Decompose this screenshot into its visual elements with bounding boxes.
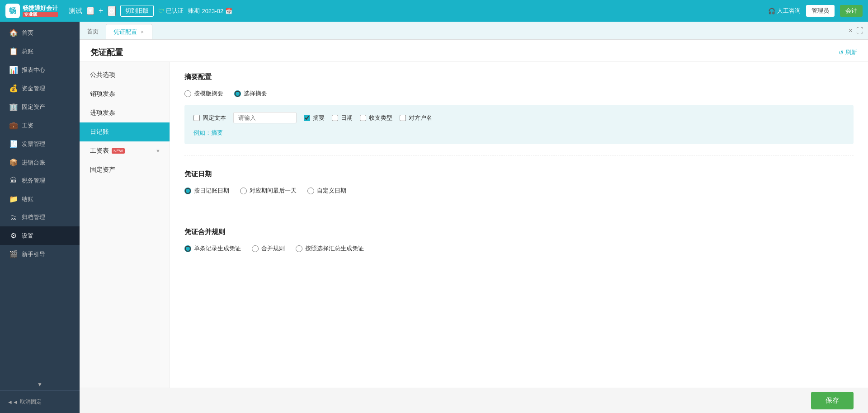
sidebar-item-purchase-sales[interactable]: 📦 进销台账 — [0, 153, 80, 172]
checkbox-summary-input[interactable] — [304, 115, 310, 121]
radio-template-mode[interactable]: 按模版摘要 — [184, 89, 223, 98]
sidebar-item-label-salary: 工资 — [22, 122, 33, 130]
sidebar-item-reports[interactable]: 📊 报表中心 — [0, 61, 80, 79]
tab-home[interactable]: 首页 — [80, 24, 106, 39]
checkbox-summary[interactable]: 摘要 — [304, 114, 325, 122]
new-badge: NEW — [112, 148, 125, 154]
tab-voucher-config[interactable]: 凭证配置 × — [106, 24, 152, 39]
save-button[interactable]: 保存 — [811, 392, 854, 409]
left-nav-sales-invoice[interactable]: 销项发票 — [80, 84, 170, 103]
user-btn[interactable]: 管理员 — [806, 5, 835, 17]
example-text: 例如：摘要 — [193, 129, 844, 137]
sidebar-item-label-settlement: 结账 — [22, 195, 33, 203]
checkbox-date[interactable]: 日期 — [332, 114, 353, 122]
radio-custom-date[interactable]: 自定义日期 — [307, 187, 346, 195]
arrow-left-icon: ◄◄ — [7, 399, 18, 405]
radio-period-last-label: 对应期间最后一天 — [250, 187, 297, 195]
tab-close-btn[interactable]: × — [140, 29, 145, 35]
support-btn[interactable]: 🎧 人工咨询 — [768, 7, 801, 15]
tab-home-label: 首页 — [87, 28, 99, 36]
left-nav-fixed-assets[interactable]: 固定资产 — [80, 160, 170, 179]
sidebar-item-fixed-assets[interactable]: 🏢 固定资产 — [0, 98, 80, 116]
left-nav-sales-invoice-label: 销项发票 — [90, 90, 115, 97]
left-nav-salary-table-label: 工资表 — [90, 147, 109, 155]
fixed-text-input[interactable] — [233, 112, 297, 123]
close-tab-btn[interactable]: × — [849, 27, 853, 35]
settings-btn[interactable]: ⚙ — [108, 6, 116, 16]
invoice-icon: 🧾 — [9, 140, 18, 148]
radio-template-input[interactable] — [184, 90, 191, 97]
sidebar-item-archive[interactable]: 🗂 归档管理 — [0, 208, 80, 226]
merge-rules-title: 凭证合并规则 — [184, 228, 854, 236]
sidebar-item-home[interactable]: 🏠 首页 — [0, 23, 80, 42]
sidebar-nav: 🏠 首页 📋 总账 📊 报表中心 💰 资金管理 🏢 固定资产 💼 工资 — [0, 22, 80, 379]
topbar: 畅 畅捷通好会计 专业版 测试 ▼ + ⚙ 切到旧版 🛡 已认证 账期 2023… — [0, 0, 868, 22]
sidebar-item-finance[interactable]: 💰 资金管理 — [0, 79, 80, 98]
sidebar-item-label-fixed-assets: 固定资产 — [22, 103, 45, 111]
cancel-fixed-btn[interactable]: ◄◄ 取消固定 — [0, 394, 80, 409]
add-project-btn[interactable]: + — [99, 6, 104, 16]
reports-icon: 📊 — [9, 66, 18, 74]
example-prefix: 例如： — [193, 129, 211, 136]
checkbox-date-label: 日期 — [341, 114, 353, 122]
summary-radio-group: 按模版摘要 选择摘要 — [184, 89, 854, 98]
left-nav-public[interactable]: 公共选项 — [80, 66, 170, 84]
radio-period-last-input[interactable] — [240, 188, 247, 194]
radio-single-record[interactable]: 单条记录生成凭证 — [184, 244, 241, 253]
sidebar-item-label-guide: 新手引导 — [22, 250, 45, 258]
radio-select-merge[interactable]: 按照选择汇总生成凭证 — [296, 244, 364, 253]
left-nav-purchase-invoice-label: 进项发票 — [90, 109, 115, 116]
example-value: 摘要 — [211, 129, 223, 136]
refresh-btn[interactable]: ↺ 刷新 — [839, 48, 857, 56]
radio-journal-date-input[interactable] — [184, 188, 191, 194]
project-dropdown-btn[interactable]: ▼ — [87, 7, 94, 15]
headset-icon: 🎧 — [768, 8, 775, 14]
right-content: 摘要配置 按模版摘要 选择摘要 — [170, 62, 868, 388]
checkbox-income-type-input[interactable] — [360, 115, 366, 121]
radio-journal-date[interactable]: 按日记账日期 — [184, 187, 229, 195]
left-nav-public-label: 公共选项 — [90, 71, 115, 78]
radio-single-record-input[interactable] — [184, 245, 191, 252]
radio-select-merge-input[interactable] — [296, 245, 302, 252]
radio-merge-rule-label: 合并规则 — [261, 244, 285, 253]
old-version-btn[interactable]: 切到旧版 — [120, 5, 154, 17]
left-nav-purchase-invoice[interactable]: 进项发票 — [80, 103, 170, 122]
sidebar-item-guide[interactable]: 🎬 新手引导 — [0, 245, 80, 263]
sidebar-item-label-reports: 报表中心 — [22, 66, 45, 74]
radio-select-mode[interactable]: 选择摘要 — [234, 89, 267, 98]
archive-icon: 🗂 — [9, 213, 18, 221]
topbar-center: 测试 ▼ + ⚙ 切到旧版 🛡 已认证 账期 2023-02 📅 — [69, 5, 768, 17]
radio-custom-date-input[interactable] — [307, 188, 314, 194]
checkbox-fixed-text[interactable]: 固定文本 — [193, 114, 226, 122]
sidebar-item-settlement[interactable]: 📁 结账 — [0, 190, 80, 208]
sidebar-item-label-archive: 归档管理 — [22, 213, 45, 221]
left-nav-journal[interactable]: 日记账 — [80, 122, 170, 141]
sidebar-item-ledger[interactable]: 📋 总账 — [0, 42, 80, 61]
checkbox-counterparty-input[interactable] — [400, 115, 406, 121]
radio-merge-rule[interactable]: 合并规则 — [252, 244, 285, 253]
left-nav-salary-table[interactable]: 工资表 NEW ▼ — [80, 141, 170, 160]
checkbox-date-input[interactable] — [332, 115, 338, 121]
sidebar-item-label-finance: 资金管理 — [22, 84, 45, 93]
sidebar-item-settings[interactable]: ⚙ 设置 — [0, 226, 80, 245]
sidebar-item-salary[interactable]: 💼 工资 — [0, 116, 80, 135]
app-logo: 畅 畅捷通好会计 专业版 — [5, 4, 69, 18]
checkbox-counterparty[interactable]: 对方户名 — [400, 114, 432, 122]
settings-icon: ⚙ — [9, 231, 18, 240]
radio-merge-rule-input[interactable] — [252, 245, 259, 252]
sidebar-scroll-down-btn[interactable]: ▼ — [0, 379, 80, 390]
checkbox-income-type[interactable]: 收支类型 — [360, 114, 392, 122]
sidebar-item-invoice[interactable]: 🧾 发票管理 — [0, 135, 80, 153]
left-nav-journal-label: 日记账 — [90, 128, 109, 135]
checkbox-income-type-label: 收支类型 — [369, 114, 392, 122]
voucher-date-title: 凭证日期 — [184, 170, 854, 178]
expand-tab-btn[interactable]: ⛶ — [856, 27, 863, 35]
radio-period-last[interactable]: 对应期间最后一天 — [240, 187, 297, 195]
radio-select-input[interactable] — [234, 90, 241, 97]
support-label: 人工咨询 — [777, 7, 801, 15]
calendar-icon[interactable]: 📅 — [225, 8, 232, 14]
sidebar-item-label-tax: 税务管理 — [22, 177, 45, 185]
role-btn[interactable]: 会计 — [840, 5, 863, 17]
sidebar-item-tax[interactable]: 🏛 税务管理 — [0, 172, 80, 190]
checkbox-fixed-text-input[interactable] — [193, 115, 200, 121]
